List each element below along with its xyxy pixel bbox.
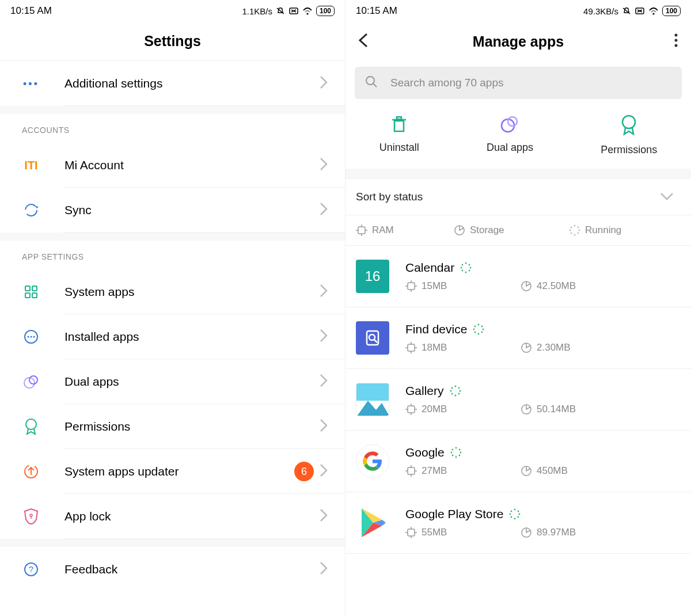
app-ram: 18MB	[422, 342, 447, 353]
svg-rect-31	[25, 293, 30, 298]
row-additional-settings[interactable]: ••• Additional settings	[0, 61, 345, 106]
app-storage: 50.14MB	[537, 404, 576, 415]
battery-level: 100	[662, 6, 681, 16]
app-storage: 89.97MB	[537, 527, 576, 538]
row-label: Permissions	[41, 420, 320, 434]
svg-point-56	[622, 116, 635, 128]
svg-point-47	[675, 39, 678, 42]
back-button[interactable]	[358, 32, 369, 51]
col-ram: RAM	[372, 225, 394, 236]
status-bar: 10:15 AM 1.1KB/s 100	[0, 0, 345, 22]
mi-icon: ITI	[21, 159, 41, 172]
trash-icon	[389, 114, 409, 136]
svg-point-46	[675, 34, 678, 37]
update-count-badge: 6	[294, 462, 314, 481]
status-bar: 10:15 AM 49.3KB/s 100	[346, 0, 691, 22]
no-sim-icon	[288, 7, 299, 15]
shield-lock-icon	[21, 508, 41, 525]
action-permissions[interactable]: Permissions	[601, 114, 657, 156]
action-row: Uninstall Dual apps Permissions	[346, 99, 691, 169]
row-label: System apps updater	[41, 465, 294, 478]
chevron-right-icon	[320, 561, 328, 577]
app-name: Google Play Store	[405, 507, 503, 521]
chevron-right-icon	[320, 508, 328, 524]
app-row[interactable]: Google Play Store55MB89.97MB	[346, 492, 691, 554]
section-header-accounts: ACCOUNTS	[0, 114, 345, 143]
svg-rect-32	[32, 293, 37, 298]
svg-rect-30	[32, 286, 37, 291]
action-label: Dual apps	[487, 142, 533, 154]
action-dual-apps[interactable]: Dual apps	[487, 114, 533, 156]
row-installed-apps[interactable]: Installed apps	[0, 314, 345, 359]
app-icon	[356, 444, 389, 478]
search-icon	[365, 75, 378, 91]
svg-rect-53	[397, 117, 401, 119]
row-sync[interactable]: Sync	[0, 188, 345, 233]
row-system-apps[interactable]: System apps	[0, 269, 345, 314]
app-row[interactable]: Gallery20MB50.14MB	[346, 369, 691, 431]
search-input[interactable]: Search among 70 apps	[355, 67, 682, 99]
svg-marker-28	[35, 206, 39, 208]
svg-rect-29	[25, 286, 30, 291]
more-button[interactable]	[674, 32, 678, 51]
svg-text:?: ?	[29, 564, 33, 574]
row-dual-apps[interactable]: Dual apps	[0, 359, 345, 404]
chevron-right-icon	[320, 202, 328, 218]
row-label: Sync	[41, 203, 320, 217]
row-label: Additional settings	[41, 77, 320, 90]
svg-point-49	[366, 77, 374, 85]
chevron-right-icon	[320, 329, 328, 345]
status-time: 10:15 AM	[356, 5, 397, 17]
battery-level: 100	[316, 6, 335, 16]
row-label: App lock	[41, 509, 320, 523]
svg-point-42	[30, 514, 32, 516]
running-icon	[450, 447, 462, 458]
sort-dropdown[interactable]: Sort by status	[346, 179, 691, 215]
app-icon	[356, 321, 389, 355]
settings-screen: 10:15 AM 1.1KB/s 100 Settings ••• Additi…	[0, 0, 346, 616]
medal-icon	[21, 418, 41, 435]
row-app-lock[interactable]: App lock	[0, 494, 345, 539]
row-label: Installed apps	[41, 330, 320, 344]
row-label: Mi Account	[41, 158, 320, 172]
running-icon	[473, 324, 484, 335]
action-label: Uninstall	[379, 142, 419, 154]
sync-icon	[21, 203, 41, 218]
svg-point-36	[33, 336, 35, 337]
titlebar: Manage apps	[346, 22, 691, 61]
dotted-circle-icon	[21, 329, 41, 344]
app-name: Find device	[405, 322, 467, 336]
section-header-app-settings: APP SETTINGS	[0, 241, 345, 269]
question-icon: ?	[21, 562, 41, 577]
chevron-right-icon	[320, 419, 328, 435]
chevron-down-icon	[660, 191, 674, 203]
svg-rect-51	[394, 121, 404, 131]
chevron-right-icon	[320, 284, 328, 300]
row-mi-account[interactable]: ITI Mi Account	[0, 143, 345, 188]
app-row[interactable]: Google27MB450MB	[346, 431, 691, 492]
sort-label: Sort by status	[356, 191, 423, 203]
svg-line-59	[374, 340, 377, 343]
app-name: Gallery	[405, 384, 444, 398]
row-label: Feedback	[41, 562, 320, 576]
status-net-speed: 49.3KB/s	[583, 6, 618, 16]
app-storage: 450MB	[537, 465, 568, 477]
app-ram: 15MB	[422, 280, 447, 292]
app-row[interactable]: Find device18MB2.30MB	[346, 307, 691, 369]
action-label: Permissions	[601, 144, 657, 156]
dual-apps-icon	[21, 374, 41, 389]
svg-point-35	[30, 336, 32, 337]
row-feedback[interactable]: ? Feedback	[0, 547, 345, 592]
medal-icon	[619, 114, 639, 138]
grid-icon	[21, 285, 41, 299]
row-system-apps-updater[interactable]: System apps updater 6	[0, 449, 345, 494]
status-time: 10:15 AM	[10, 5, 52, 17]
status-net-speed: 1.1KB/s	[242, 6, 272, 16]
svg-line-50	[373, 83, 377, 87]
action-uninstall[interactable]: Uninstall	[379, 114, 419, 156]
row-label: System apps	[41, 285, 320, 299]
row-permissions[interactable]: Permissions	[0, 404, 345, 449]
svg-point-39	[26, 419, 36, 429]
app-row[interactable]: 16Calendar15MB42.50MB	[346, 246, 691, 307]
app-icon	[356, 506, 389, 539]
